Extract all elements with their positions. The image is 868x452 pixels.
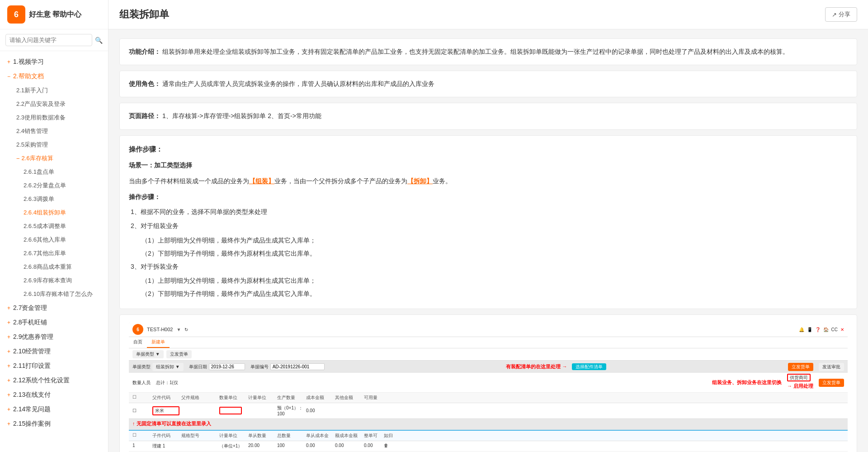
minus-icon: − xyxy=(7,73,10,80)
mock-titlebar: 6 TEST-H002 ▼ ↻ 🔔 📱 ❓ 🏠 CC ✕ xyxy=(129,322,848,337)
mock-type-value[interactable]: 组装拆卸 ▼ xyxy=(152,363,184,371)
mock-logo: 6 xyxy=(132,324,143,335)
td-unit-input[interactable] xyxy=(219,407,242,414)
mock-date-label: 单据日期 xyxy=(189,364,207,370)
sidebar-item-2-6-10[interactable]: 2.6.10库存账本错了怎么办 xyxy=(0,287,108,301)
sth-total-qty: 总数量 xyxy=(277,433,304,439)
share-button[interactable]: ↗ 分享 xyxy=(825,7,857,22)
sidebar-item-2-6-7[interactable]: 2.6.7其他出库单 xyxy=(0,247,108,260)
scene1-desc: 当由多个子件材料组装成一个成品的业务为【组装】业务，当由一个父件拆分成多个子产品… xyxy=(129,176,848,187)
mock-icon-2: 📱 xyxy=(807,327,812,332)
sidebar-item-2-11[interactable]: + 2.11打印设置 xyxy=(0,359,108,373)
sidebar-item-2-1[interactable]: 2.1新手入门 xyxy=(0,84,108,97)
sidebar-item-2-6-6[interactable]: 2.6.6其他入库单 xyxy=(0,233,108,247)
disassemble-step-2: （2）下部明细为子件明细，最终作为产成品生成其它入库单。 xyxy=(142,288,848,300)
td-code: 米米 xyxy=(152,406,179,415)
mock-number-input[interactable] xyxy=(270,363,325,370)
mock-extra-btn[interactable]: 发送审批 xyxy=(819,363,844,371)
sidebar-item-docs[interactable]: − 2.帮助文档 xyxy=(0,69,108,84)
sth-code: 子件代码 xyxy=(152,433,179,439)
mock-process-btn[interactable]: 立发货单 xyxy=(819,379,844,387)
share-icon: ↗ xyxy=(832,11,837,18)
disassemble-substeps: （1）上部明细为父件明细，最终作为原材料生成其它出库单； （2）下部明细为子件明… xyxy=(131,275,848,300)
mock-date-input[interactable] xyxy=(209,363,245,370)
sidebar-item-2-5[interactable]: 2.5采购管理 xyxy=(0,138,108,152)
th-code: 父件代码 xyxy=(152,395,179,401)
mock-header-actions: 🔔 📱 ❓ 🏠 CC ✕ xyxy=(799,327,844,332)
mock-select-btn[interactable]: 选择配件清单 xyxy=(572,363,606,370)
plus-icon-2-15: + xyxy=(7,421,10,427)
plus-icon-2-14: + xyxy=(7,406,10,413)
sidebar-item-2-10[interactable]: + 2.10经营管理 xyxy=(0,344,108,359)
minus-icon-2: − xyxy=(16,155,20,162)
mock-annotation-4: 供货商司 → 启用处理 xyxy=(787,375,813,390)
th-qty: 生产数量 xyxy=(277,395,304,401)
mock-confirm-btn[interactable]: 立发货单 xyxy=(788,363,813,371)
sidebar-item-2-6-8[interactable]: 2.6.8商品成本重算 xyxy=(0,260,108,274)
mock-table-body: ☐ 米米 预（0+1）：100 0.00 ↑ 无固定清单可以直接在这里里录入 xyxy=(129,403,848,430)
steps-card: 操作步骤： 场景一：加工类型选择 当由多个子件材料组装成一个成品的业务为【组装】… xyxy=(119,135,857,309)
mock-qty-label: 数量人员 xyxy=(132,380,151,386)
sidebar-nav: + 1.视频学习 − 2.帮助文档 2.1新手入门 2.2产品安装及登录 2.3… xyxy=(0,51,108,452)
plus-icon-2-9: + xyxy=(7,334,10,340)
mock-user: CC xyxy=(831,327,838,332)
mock-subtable-header: ☐ 子件代码 规格型号 计量单位 单从数量 总数量 单从成本金 额成本金额 整单… xyxy=(129,430,848,441)
steps-list: 1、根据不同的业务，选择不同单据的类型来处理 2、对于组装业务 （1）上部明细为… xyxy=(129,206,848,300)
mock-toolbar: 单据类型 ▼ 立发货单 xyxy=(129,348,848,361)
mock-tabs: 自页 新建单 xyxy=(129,337,848,348)
sidebar-item-2-13[interactable]: + 2.13在线支付 xyxy=(0,388,108,402)
assemble-link[interactable]: 【组装】 xyxy=(249,177,274,185)
sidebar-item-2-14[interactable]: + 2.14常见问题 xyxy=(0,402,108,417)
sidebar-item-2-2[interactable]: 2.2产品安装及登录 xyxy=(0,97,108,111)
step-1: 1、根据不同的业务，选择不同单据的类型来处理 xyxy=(131,206,848,218)
sidebar: 6 好生意 帮助中心 🔍 + 1.视频学习 − 2.帮助文档 2.1新手入门 2… xyxy=(0,0,108,452)
sidebar-item-2-3[interactable]: 2.3使用前数据准备 xyxy=(0,111,108,124)
sidebar-item-2-6-2[interactable]: 2.6.2分量盘点单 xyxy=(0,179,108,192)
sidebar-item-2-7[interactable]: + 2.7资金管理 xyxy=(0,301,108,315)
mock-icon-1: 🔔 xyxy=(799,327,804,332)
search-input[interactable] xyxy=(5,34,92,46)
app-title: 好生意 帮助中心 xyxy=(29,10,81,19)
search-icon[interactable]: 🔍 xyxy=(95,37,103,44)
th-checkbox: ☐ xyxy=(132,395,151,401)
sidebar-item-2-15[interactable]: + 2.15操作案例 xyxy=(0,417,108,431)
assemble-step-2: （2）下部明细为子件明细，最终作为原材料生成其它出库单。 xyxy=(142,248,848,259)
mock-table-row-1: ☐ 米米 预（0+1）：100 0.00 xyxy=(129,403,848,419)
mock-refresh-icon: ↻ xyxy=(184,327,188,332)
path-text: 1、库存核算->库存管理->组装拆卸单 2、首页->常用功能 xyxy=(162,112,321,119)
intro-label: 功能介绍： xyxy=(129,48,160,55)
mock-screenshot: 6 TEST-H002 ▼ ↻ 🔔 📱 ❓ 🏠 CC ✕ xyxy=(129,322,848,452)
mock-subtable-row-1: 1 理建 1 （单位+1） 20.00 100 0.00 0.00 0.00 🗑 xyxy=(129,441,848,452)
sidebar-item-2-8[interactable]: + 2.8手机旺铺 xyxy=(0,315,108,330)
sidebar-item-2-6-3[interactable]: 2.6.3调拨单 xyxy=(0,192,108,206)
main-area: 组装拆卸单 ↗ 分享 功能介绍： 组装拆卸单用来处理企业组装或拆卸等加工业务，支… xyxy=(108,0,868,452)
sidebar-item-2-6-4[interactable]: 2.6.4组装拆卸单 xyxy=(0,206,108,219)
mock-tab-new[interactable]: 新建单 xyxy=(147,337,170,348)
sidebar-item-2-6-1[interactable]: 2.6.1盘点单 xyxy=(0,165,108,179)
sidebar-item-2-4[interactable]: 2.4销售管理 xyxy=(0,124,108,138)
sidebar-item-2-9[interactable]: + 2.9优惠券管理 xyxy=(0,330,108,344)
main-header: 组装拆卸单 ↗ 分享 xyxy=(108,0,868,29)
scene1-steps-title: 操作步骤： xyxy=(129,191,848,203)
sth-name: 规格型号 xyxy=(181,433,217,439)
mock-btn-action[interactable]: 立发货单 xyxy=(166,350,192,358)
mock-dropdown-icon: ▼ xyxy=(176,327,181,332)
mock-close[interactable]: ✕ xyxy=(840,327,844,332)
mock-red-input[interactable]: 供货商司 xyxy=(787,374,811,381)
sidebar-item-2-6[interactable]: − 2.6库存核算 xyxy=(0,152,108,165)
main-content: 功能介绍： 组装拆卸单用来处理企业组装或拆卸等加工业务，支持有固定装配清单的产品… xyxy=(108,29,868,452)
mock-field-date: 单据日期 xyxy=(189,363,245,370)
sidebar-item-2-12[interactable]: + 2.12系统个性化设置 xyxy=(0,373,108,388)
sidebar-item-2-6-9[interactable]: 2.6.9库存账本查询 xyxy=(0,274,108,287)
mock-field-number: 单据编号 xyxy=(250,363,325,370)
mock-tab-home[interactable]: 自页 xyxy=(129,337,147,348)
mock-btn-type[interactable]: 单据类型 ▼ xyxy=(132,350,164,358)
sidebar-item-video[interactable]: + 1.视频学习 xyxy=(0,55,108,69)
plus-icon-2-11: + xyxy=(7,363,10,369)
plus-icon-2-8: + xyxy=(7,319,10,326)
mock-qty-row: 数量人员 总计：1(仅 组装业务、拆卸业务在这里切换 供货商司 → 启用处理 立… xyxy=(129,373,848,393)
sth-qty: 单从数量 xyxy=(248,433,275,439)
sth-batch: 整单可 xyxy=(364,433,382,439)
disassemble-link[interactable]: 【拆卸】 xyxy=(407,177,433,185)
sidebar-item-2-6-5[interactable]: 2.6.5成本调整单 xyxy=(0,219,108,233)
